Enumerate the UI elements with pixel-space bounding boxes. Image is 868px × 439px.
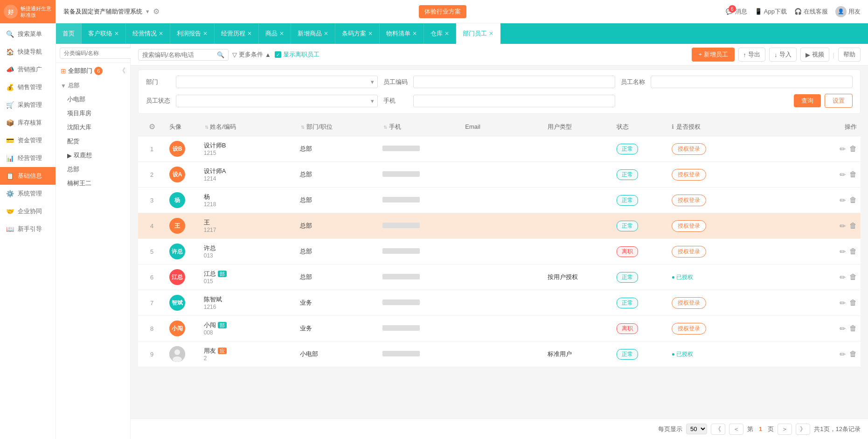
export-button[interactable]: ↑ 导出 xyxy=(738,48,766,62)
auth-button[interactable]: 授权登录 xyxy=(672,143,706,155)
tab-barcode-close[interactable]: ✕ xyxy=(368,30,373,37)
last-page-button[interactable]: 》 xyxy=(796,424,810,435)
tab-customer-close[interactable]: ✕ xyxy=(114,30,119,37)
tab-new-product[interactable]: 新增商品 ✕ xyxy=(291,23,335,44)
sidebar-item-nav[interactable]: 🏠 快捷导航 xyxy=(0,43,56,61)
dropdown-icon[interactable]: ▾ xyxy=(146,8,149,15)
column-settings-icon[interactable]: ⚙ xyxy=(149,123,155,131)
page-size-select[interactable]: 50 xyxy=(686,424,707,434)
sidebar-item-marketing[interactable]: 📣 营销推广 xyxy=(0,61,56,78)
dept-group-head[interactable]: ▼ 总部 xyxy=(56,79,130,92)
auth-button[interactable]: 授权登录 xyxy=(672,246,706,258)
online-service-action[interactable]: 🎧 在线客服 xyxy=(794,7,828,16)
dept-search-input[interactable] xyxy=(60,48,138,59)
tab-home[interactable]: 首页 xyxy=(56,23,82,44)
tab-barcode[interactable]: 条码方案 ✕ xyxy=(335,23,380,44)
query-button[interactable]: 查询 xyxy=(794,94,821,107)
edit-icon[interactable]: ✏ xyxy=(840,273,846,282)
settings-icon[interactable]: ⚙ xyxy=(153,7,160,16)
dept-item-shenyang[interactable]: 沈阳大库 xyxy=(56,120,130,134)
search-submit-icon[interactable]: 🔍 xyxy=(217,51,224,58)
dept-item-xiaodian[interactable]: 小电部 xyxy=(56,92,130,106)
next-page-button[interactable]: ＞ xyxy=(778,424,792,435)
delete-icon[interactable]: 🗑 xyxy=(849,324,857,333)
video-button[interactable]: ▶ 视频 xyxy=(800,48,829,62)
delete-icon[interactable]: 🗑 xyxy=(849,299,857,307)
auth-button[interactable]: 授权登录 xyxy=(672,297,706,309)
show-resigned-toggle[interactable]: ✓ 显示离职员工 xyxy=(275,50,319,59)
dept-item-zongbu[interactable]: 总部 xyxy=(56,162,130,176)
delete-icon[interactable]: 🗑 xyxy=(849,170,857,179)
reset-button[interactable]: 设置 xyxy=(825,94,853,108)
user-action[interactable]: 👤 用友 xyxy=(835,6,861,17)
tab-bom-close[interactable]: ✕ xyxy=(412,30,417,37)
sidebar-item-sales[interactable]: 💰 销售管理 xyxy=(0,78,56,96)
tab-customer[interactable]: 客户联络 ✕ xyxy=(82,23,126,44)
filter-phone-input[interactable] xyxy=(413,95,615,107)
filter-name-input[interactable] xyxy=(651,76,853,88)
edit-icon[interactable]: ✏ xyxy=(840,247,846,256)
search-input[interactable] xyxy=(142,51,217,58)
sidebar-item-system[interactable]: ⚙️ 系统管理 xyxy=(0,185,56,202)
edit-icon[interactable]: ✏ xyxy=(840,145,846,153)
sidebar-item-search[interactable]: 🔍 搜索菜单 xyxy=(0,25,56,43)
trial-button[interactable]: 体验行业方案 xyxy=(419,5,466,18)
edit-icon[interactable]: ✏ xyxy=(840,170,846,179)
auth-button[interactable]: 授权登录 xyxy=(672,323,706,334)
tab-warehouse[interactable]: 仓库 ✕ xyxy=(424,23,456,44)
tab-profit-close[interactable]: ✕ xyxy=(203,30,208,37)
help-button[interactable]: 帮助 xyxy=(838,48,861,62)
dept-item-nanshu[interactable]: 楠树王二 xyxy=(56,176,130,190)
filter-status-select[interactable] xyxy=(176,95,378,107)
tab-bom[interactable]: 物料清单 ✕ xyxy=(380,23,424,44)
auth-button[interactable]: 授权登录 xyxy=(672,195,706,206)
sidebar-item-basic[interactable]: 📋 基础信息 xyxy=(0,167,56,185)
app-download-action[interactable]: 📱 App下载 xyxy=(755,7,787,16)
edit-icon[interactable]: ✏ xyxy=(840,350,846,359)
tab-operation[interactable]: 经营情况 ✕ xyxy=(126,23,170,44)
delete-icon[interactable]: 🗑 xyxy=(849,247,857,256)
tab-profit[interactable]: 利润报告 ✕ xyxy=(170,23,215,44)
message-action[interactable]: 💬 6 消息 xyxy=(726,7,747,16)
delete-icon[interactable]: 🗑 xyxy=(849,145,857,153)
dept-item-xiangmu[interactable]: 项目库房 xyxy=(56,106,130,120)
sidebar-item-inventory[interactable]: 📦 库存核算 xyxy=(0,114,56,132)
sidebar-item-purchase[interactable]: 🛒 采购管理 xyxy=(0,96,56,114)
dept-item-peihuo[interactable]: 配货 xyxy=(56,134,130,148)
row-email-cell xyxy=(461,188,544,213)
filter-dept-select[interactable] xyxy=(176,76,378,88)
collapse-button[interactable]: 《 xyxy=(119,67,125,75)
sidebar-item-collab[interactable]: 🤝 企业协同 xyxy=(0,202,56,220)
delete-icon[interactable]: 🗑 xyxy=(849,273,857,282)
prev-page-button[interactable]: ＜ xyxy=(729,424,743,435)
tab-product[interactable]: 商品 ✕ xyxy=(259,23,291,44)
dept-all-label[interactable]: 全部部门 xyxy=(68,67,92,75)
edit-icon[interactable]: ✏ xyxy=(840,324,846,333)
tab-history-close[interactable]: ✕ xyxy=(247,30,252,37)
first-page-button[interactable]: 《 xyxy=(711,424,725,435)
header-actions: 💬 6 消息 📱 App下载 🎧 在线客服 👤 用友 xyxy=(726,6,861,17)
tab-employee[interactable]: 部门员工 ✕ xyxy=(456,23,500,44)
edit-icon[interactable]: ✏ xyxy=(840,196,846,205)
import-button[interactable]: ↓ 导入 xyxy=(769,48,797,62)
edit-icon[interactable]: ✏ xyxy=(840,299,846,307)
sidebar-item-operations[interactable]: 📊 经营管理 xyxy=(0,149,56,167)
sidebar-item-finance[interactable]: 💳 资金管理 xyxy=(0,132,56,149)
tab-new-product-close[interactable]: ✕ xyxy=(324,30,328,37)
auth-button[interactable]: 授权登录 xyxy=(672,220,706,232)
sidebar-item-guide[interactable]: 📖 新手引导 xyxy=(0,220,56,238)
dept-item-shuanglu[interactable]: ▶ 双鹿想 xyxy=(56,148,130,162)
tab-history[interactable]: 经营历程 ✕ xyxy=(215,23,259,44)
delete-icon[interactable]: 🗑 xyxy=(849,222,857,230)
tab-employee-close[interactable]: ✕ xyxy=(489,30,493,37)
delete-icon[interactable]: 🗑 xyxy=(849,350,857,359)
delete-icon[interactable]: 🗑 xyxy=(849,196,857,205)
filter-code-input[interactable] xyxy=(413,76,615,88)
tab-product-close[interactable]: ✕ xyxy=(279,30,284,37)
auth-button[interactable]: 授权登录 xyxy=(672,169,706,181)
edit-icon[interactable]: ✏ xyxy=(840,222,846,230)
more-filter-button[interactable]: ▽ 更多条件 ▲ xyxy=(232,50,271,59)
tab-warehouse-close[interactable]: ✕ xyxy=(444,30,449,37)
add-employee-button[interactable]: + 新增员工 xyxy=(692,48,734,62)
tab-operation-close[interactable]: ✕ xyxy=(159,30,163,37)
